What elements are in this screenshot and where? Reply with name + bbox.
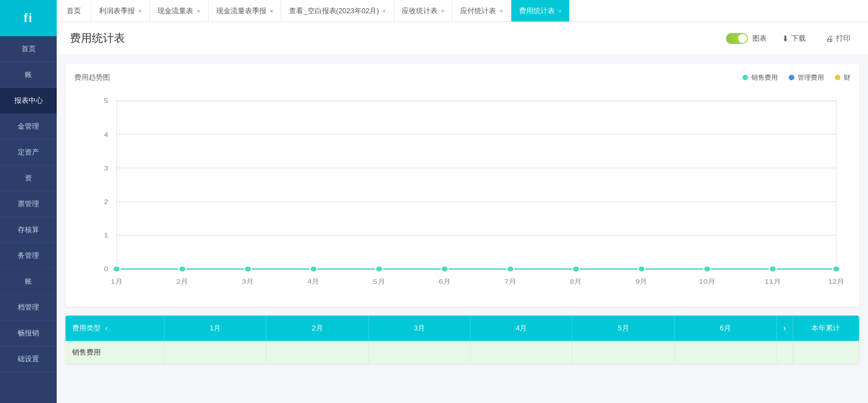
svg-point-29: [375, 266, 383, 272]
download-label: 下载: [791, 34, 806, 43]
sidebar-item-fixed-assets[interactable]: 定资产: [0, 140, 57, 165]
tab-home-label: 首页: [67, 6, 81, 16]
svg-text:12月: 12月: [828, 278, 844, 285]
table-header-row: 费用类型 ‹ 1月 2月 3月 4月 5月 6月 › 本年累计: [65, 316, 859, 341]
svg-text:7月: 7月: [504, 278, 516, 285]
tab-expense-stats-close[interactable]: ×: [558, 8, 561, 14]
th-type-col: 费用类型 ‹: [65, 316, 165, 341]
th-type-label: 费用类型: [72, 323, 101, 333]
svg-text:4: 4: [104, 131, 108, 138]
sidebar-item-invoice-mgmt[interactable]: 票管理: [0, 191, 57, 217]
tab-cashflow[interactable]: 现金流量表 ×: [150, 0, 208, 21]
sidebar-item-investment[interactable]: 资: [0, 165, 57, 191]
chart-toggle[interactable]: [726, 33, 748, 44]
th-month-4: 4月: [471, 316, 572, 341]
td-sales-2: [266, 341, 368, 363]
legend-dot-finance: [835, 75, 840, 80]
sidebar-item-inventory[interactable]: 存核算: [0, 217, 57, 243]
print-button[interactable]: 🖨 打印: [821, 31, 855, 46]
legend-dot-mgmt: [789, 75, 794, 80]
sidebar-item-report-center[interactable]: 报表中心: [0, 88, 57, 114]
th-prev-icon[interactable]: ‹: [105, 324, 108, 333]
legend-sales-expense: 销售费用: [743, 73, 778, 82]
sidebar-item-account[interactable]: 账: [0, 62, 57, 88]
svg-point-32: [572, 266, 580, 272]
tab-expense-stats[interactable]: 费用统计表 ×: [511, 0, 570, 21]
sidebar-item-sales[interactable]: 畅报销: [0, 321, 57, 346]
tab-view-blank-close[interactable]: ×: [383, 8, 386, 14]
sidebar-item-service-mgmt[interactable]: 务管理: [0, 243, 57, 269]
tab-cashflow-close[interactable]: ×: [196, 8, 200, 14]
toggle-knob: [738, 34, 747, 43]
chart-title: 费用趋势图: [74, 73, 110, 82]
th-last-col: 本年累计: [793, 316, 859, 341]
svg-text:8月: 8月: [570, 278, 582, 285]
content-area: 费用统计表 图表 ⬇ 下载 🖨 打印: [57, 22, 868, 403]
print-icon: 🖨: [826, 34, 833, 43]
tab-bar: 首页 利润表季报 × 现金流量表 × 现金流量表季报 × 查看_空白报表(202…: [57, 0, 868, 22]
td-sales-6: [675, 341, 777, 363]
tab-profit-quarterly[interactable]: 利润表季报 ×: [91, 0, 150, 21]
th-month-6: 6月: [675, 316, 777, 341]
tab-cashflow-quarterly-close[interactable]: ×: [270, 8, 273, 14]
legend-mgmt-label: 管理费用: [798, 73, 824, 82]
page-title: 费用统计表: [70, 31, 125, 46]
print-label: 打印: [836, 34, 850, 43]
td-sales-nav-spacer: [777, 341, 793, 363]
svg-text:10月: 10月: [699, 278, 716, 285]
svg-point-35: [769, 266, 777, 272]
svg-text:2: 2: [104, 198, 108, 205]
sidebar-item-home[interactable]: 首页: [0, 36, 57, 62]
td-sales-4: [471, 341, 572, 363]
table-section: 费用类型 ‹ 1月 2月 3月 4月 5月 6月 › 本年累计 销售费用: [65, 316, 859, 364]
svg-text:4月: 4月: [308, 278, 320, 285]
chart-toggle-label: 图表: [752, 34, 767, 43]
th-month-2: 2月: [266, 316, 368, 341]
chart-header: 费用趋势图 销售费用 管理费用 财: [74, 73, 850, 82]
chart-toggle-wrap: 图表: [726, 33, 767, 44]
th-next-icon[interactable]: ›: [777, 316, 793, 341]
svg-point-27: [244, 266, 252, 272]
sidebar-item-settings[interactable]: 础设置: [0, 346, 57, 372]
tab-cashflow-quarterly[interactable]: 现金流量表季报 ×: [209, 0, 281, 21]
svg-text:3月: 3月: [242, 278, 254, 285]
tab-cashflow-quarterly-label: 现金流量表季报: [216, 6, 266, 16]
download-button[interactable]: ⬇ 下载: [778, 31, 810, 46]
svg-text:5: 5: [104, 97, 108, 104]
svg-text:1: 1: [104, 231, 108, 239]
tab-payable-close[interactable]: ×: [499, 8, 503, 14]
th-month-1: 1月: [165, 316, 266, 341]
tab-payable-label: 应付统计表: [460, 6, 496, 16]
svg-text:2月: 2月: [176, 278, 188, 285]
svg-rect-0: [117, 101, 836, 269]
main-area: 首页 利润表季报 × 现金流量表 × 现金流量表季报 × 查看_空白报表(202…: [57, 0, 868, 403]
tab-view-blank-label: 查看_空白报表(2023年02月): [289, 6, 379, 16]
sidebar: fi 首页 账 报表中心 金管理 定资产 资 票管理 存核算 务管理 账 档管理…: [0, 0, 57, 403]
tab-view-blank[interactable]: 查看_空白报表(2023年02月) ×: [281, 0, 394, 21]
svg-text:5月: 5月: [373, 278, 385, 285]
page-header: 费用统计表 图表 ⬇ 下载 🖨 打印: [57, 22, 868, 55]
sidebar-item-archive-mgmt[interactable]: 档管理: [0, 295, 57, 321]
td-sales-5: [572, 341, 674, 363]
tab-receivable[interactable]: 应收统计表 ×: [394, 0, 452, 21]
td-sales-3: [369, 341, 471, 363]
tab-profit-quarterly-label: 利润表季报: [99, 6, 135, 16]
svg-text:1月: 1月: [111, 278, 123, 285]
legend-sales-label: 销售费用: [751, 73, 778, 82]
legend-finance-expense: 财: [835, 73, 850, 82]
tab-payable[interactable]: 应付统计表 ×: [452, 0, 511, 21]
sidebar-logo: fi: [0, 0, 57, 36]
chart-section: 费用趋势图 销售费用 管理费用 财: [65, 64, 859, 307]
svg-point-26: [179, 266, 186, 272]
tab-profit-quarterly-close[interactable]: ×: [138, 8, 141, 14]
svg-text:3: 3: [104, 164, 108, 172]
svg-point-25: [113, 266, 121, 272]
sidebar-item-fund-mgmt[interactable]: 金管理: [0, 114, 57, 140]
svg-point-28: [310, 266, 317, 272]
download-icon: ⬇: [782, 34, 789, 43]
tab-receivable-close[interactable]: ×: [441, 8, 444, 14]
svg-text:0: 0: [104, 266, 108, 273]
tab-home[interactable]: 首页: [57, 0, 91, 21]
sidebar-item-ledger[interactable]: 账: [0, 269, 57, 295]
chart-svg: 0 1 2 3 4 5 1月 2月 3月 4月 5月 6月 7月 8月 9: [74, 89, 850, 298]
